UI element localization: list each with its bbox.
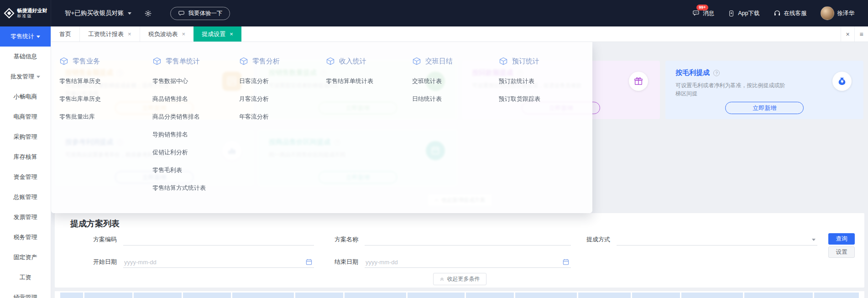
collapse-filters-button[interactable]: 收起更多条件 — [433, 273, 486, 285]
sidebar-item-xiaochang-ecommerce[interactable]: 小畅电商 — [0, 87, 51, 107]
experience-button-label: 我要体验一下 — [188, 10, 222, 17]
plan-name-input[interactable] — [365, 234, 571, 246]
user-menu[interactable]: 徐泽华 — [821, 6, 855, 20]
tab-home[interactable]: 首页 — [51, 26, 79, 42]
menu-item[interactable]: 零售结算单历史 — [59, 72, 149, 90]
messages-button[interactable]: 99+ 消息 — [692, 10, 714, 17]
tab-commission-settings[interactable]: 提成设置× — [193, 26, 241, 42]
query-button[interactable]: 查询 — [828, 233, 855, 245]
table-header-cell[interactable] — [515, 293, 577, 298]
plan-code-input[interactable] — [123, 234, 314, 246]
table-header-cell[interactable] — [408, 293, 465, 298]
menu-item[interactable]: 商品分类销售排名 — [152, 108, 242, 125]
start-date-input[interactable] — [123, 256, 314, 268]
sidebar-item-purchase-management[interactable]: 采购管理 — [0, 127, 51, 147]
menu-item[interactable]: 预订取货跟踪表 — [499, 90, 588, 108]
workspace-selector[interactable]: 智+已购买收银员对账 — [65, 9, 131, 17]
app-download-label: App下载 — [738, 10, 759, 17]
messages-label: 消息 — [703, 10, 714, 17]
chat-bubble-icon — [178, 10, 185, 17]
sidebar-item-general-ledger[interactable]: 总账管理 — [0, 187, 51, 207]
gear-icon[interactable] — [144, 10, 152, 17]
menu-item[interactable]: 零售结算单统计表 — [326, 72, 415, 90]
commission-type-select[interactable] — [617, 234, 817, 246]
menu-item[interactable]: 零售毛利表 — [152, 161, 242, 179]
sidebar-item-ecommerce-management[interactable]: 电商管理 — [0, 107, 51, 127]
menu-column-title: 预订统计 — [512, 57, 539, 66]
sidebar-item-operations-management[interactable]: 经营管理 — [0, 288, 51, 298]
svg-text:¥: ¥ — [841, 79, 843, 84]
info-icon[interactable]: ? — [713, 70, 720, 76]
table-header-cell[interactable] — [134, 293, 182, 298]
content: 按销售金额提成?可设置固定或者阶梯提成金额；适用于外贸，贸易公司适用立即新增按销… — [51, 42, 868, 298]
menu-item[interactable]: 零售数据中心 — [152, 72, 242, 90]
experience-button[interactable]: 我要体验一下 — [170, 7, 230, 20]
sidebar-item-salary[interactable]: 工资 — [0, 267, 51, 288]
table-header-cell[interactable] — [60, 293, 83, 298]
message-icon: 99+ — [692, 10, 700, 17]
sidebar-item-funds-management[interactable]: 资金管理 — [0, 167, 51, 187]
table-header-cell[interactable] — [183, 293, 231, 298]
sidebar-item-wholesale-management[interactable]: 批发管理 — [0, 67, 51, 87]
sidebar-item-tax-management[interactable]: 税务管理 — [0, 227, 51, 247]
menu-item[interactable]: 预订款统计表 — [499, 72, 588, 90]
table-header-cell[interactable] — [84, 293, 132, 298]
sidebar-item-fixed-assets[interactable]: 固定资产 — [0, 247, 51, 267]
menu-column-title: 交班日结 — [425, 57, 453, 66]
tab-salary-statistics-report[interactable]: 工资统计报表× — [79, 26, 140, 42]
menu-item[interactable]: 日结统计表 — [412, 90, 502, 108]
app-download-button[interactable]: App下载 — [728, 10, 759, 17]
close-tabs-icon[interactable]: × — [841, 26, 854, 42]
calendar-icon[interactable] — [305, 258, 313, 266]
table-header-cell[interactable] — [466, 293, 514, 298]
menu-item[interactable]: 导购销售排名 — [152, 125, 242, 143]
section-title: 提成方案列表 — [70, 218, 120, 229]
menu-item[interactable]: 促销让利分析 — [152, 143, 242, 161]
menu-column-title: 零售业务 — [73, 57, 100, 66]
sidebar-item-retail-statistics[interactable]: 零售统计 — [0, 26, 51, 47]
settings-button[interactable]: 设置 — [828, 246, 855, 258]
chevron-down-icon — [37, 36, 40, 38]
close-icon[interactable]: × — [182, 31, 186, 37]
plan-name-label: 方案名称 — [335, 235, 358, 244]
tab-list-icon[interactable]: ≡ — [854, 26, 868, 42]
plan-card-gross-profit: 按毛利提成?可设置毛利或者净利为基准，按比例提成或阶梯区间提立即新增¥ — [665, 61, 863, 119]
add-plan-button[interactable]: 立即新增 — [725, 102, 804, 114]
menu-item[interactable]: 日客流分析 — [239, 72, 329, 90]
table-header-cell[interactable] — [232, 293, 294, 298]
table-header-cell[interactable] — [681, 293, 743, 298]
table-header-cell[interactable] — [814, 293, 859, 298]
tab-tax-fluctuation-report[interactable]: 税负波动表× — [140, 26, 194, 42]
menu-item[interactable]: 零售结算方式统计表 — [152, 179, 242, 197]
sidebar-item-inventory-accounting[interactable]: 库存核算 — [0, 147, 51, 167]
menu-item[interactable]: 年客流分析 — [239, 108, 329, 125]
menu-column-retail-business: 零售业务零售结算单历史零售出库单历史零售批量出库 — [59, 56, 149, 125]
menu-column-title: 收入统计 — [339, 57, 366, 66]
online-support-button[interactable]: 在线客服 — [774, 10, 807, 17]
messages-badge: 99+ — [696, 5, 708, 10]
table-header-cell[interactable] — [295, 293, 343, 298]
calendar-icon[interactable] — [562, 258, 570, 266]
sidebar-item-invoice-management[interactable]: 发票管理 — [0, 207, 51, 227]
chevron-down-icon — [812, 239, 816, 241]
menu-column-income-statistics: 收入统计零售结算单统计表 — [326, 56, 415, 90]
menu-item[interactable]: 月客流分析 — [239, 90, 329, 108]
close-icon[interactable]: × — [230, 31, 233, 37]
menu-item[interactable]: 商品销售排名 — [152, 90, 242, 108]
menu-item[interactable]: 交班统计表 — [412, 72, 502, 90]
cube-icon — [326, 57, 335, 66]
table-header-cell[interactable] — [632, 293, 680, 298]
plan-table-panel — [55, 291, 864, 298]
menu-item[interactable]: 零售出库单历史 — [59, 90, 149, 108]
menu-column-reservation-statistics: 预订统计预订款统计表预订取货跟踪表 — [499, 56, 588, 108]
close-icon[interactable]: × — [128, 31, 131, 37]
menu-item[interactable]: 零售批量出库 — [59, 108, 149, 125]
end-date-input[interactable] — [365, 256, 571, 268]
table-header-cell[interactable] — [578, 293, 631, 298]
commission-type-label: 提成方式 — [586, 235, 610, 244]
sidebar-item-basic-info[interactable]: 基础信息 — [0, 47, 51, 67]
card-description: 可设置毛利或者净利为基准，按比例提成或阶梯区间提 — [675, 81, 790, 98]
menu-column-shift-settlement: 交班日结交班统计表日结统计表 — [412, 56, 502, 108]
table-header-cell[interactable] — [744, 293, 813, 298]
table-header-cell[interactable] — [345, 293, 406, 298]
